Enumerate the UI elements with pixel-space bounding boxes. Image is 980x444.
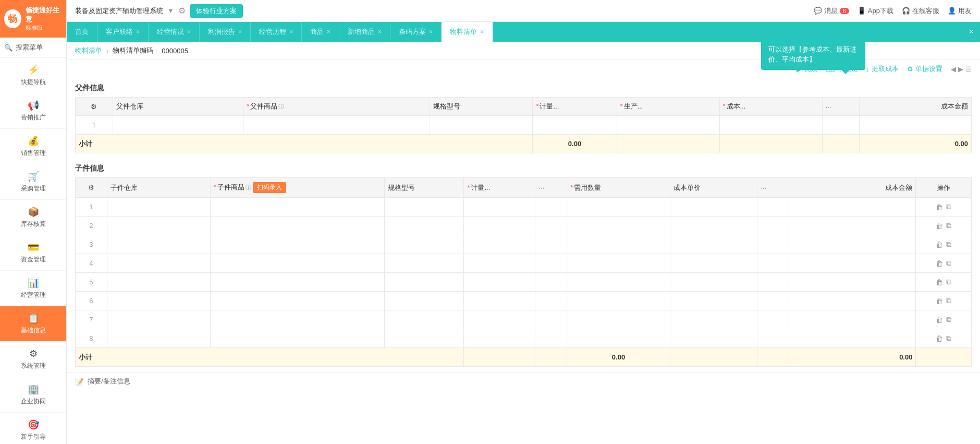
delete-icon[interactable]: 🗑 — [936, 259, 943, 268]
delete-icon[interactable]: 🗑 — [936, 241, 943, 249]
child-unit-cost-cell[interactable] — [670, 310, 757, 329]
child-qty-cell[interactable] — [567, 254, 670, 273]
tab-home[interactable]: 首页 — [67, 22, 97, 42]
child-spec-cell[interactable] — [385, 310, 464, 329]
child-col-settings[interactable]: ⚙ — [76, 178, 107, 198]
child-unit-cell[interactable] — [464, 254, 535, 273]
single-settings-action[interactable]: ⚙ 单据设置 — [907, 64, 942, 74]
sidebar-item-system[interactable]: ⚙ 系统管理 — [0, 342, 66, 377]
sidebar-item-guide[interactable]: 🎯 新手引导 — [0, 413, 66, 444]
sidebar-item-sales[interactable]: 💰 销售管理 — [0, 129, 66, 164]
parent-warehouse-cell[interactable] — [113, 116, 243, 135]
child-warehouse-cell[interactable] — [107, 329, 210, 348]
parent-product-cell[interactable] — [243, 116, 430, 135]
child-spec-cell[interactable] — [385, 198, 464, 217]
tab-bom[interactable]: 物料清单 × — [442, 22, 493, 42]
child-product-cell[interactable] — [210, 310, 385, 329]
child-warehouse-cell[interactable] — [107, 217, 210, 235]
next-icon[interactable]: ▶ — [958, 65, 963, 73]
tab-ops-process[interactable]: 经营历程 × — [251, 22, 302, 42]
copy-icon[interactable]: ⧉ — [946, 221, 951, 230]
child-product-cell[interactable] — [210, 235, 385, 254]
copy-icon[interactable]: ⧉ — [946, 240, 951, 249]
child-unit-cost-cell[interactable] — [670, 329, 757, 348]
child-warehouse-cell[interactable] — [107, 235, 210, 254]
breadcrumb-parent[interactable]: 物料清单 — [75, 46, 102, 55]
child-product-cell[interactable] — [210, 217, 385, 235]
tab-products[interactable]: 商品 × — [302, 22, 339, 42]
child-qty-cell[interactable] — [567, 273, 670, 292]
child-spec-cell[interactable] — [385, 329, 464, 348]
delete-icon[interactable]: 🗑 — [936, 203, 943, 211]
user-button[interactable]: 👤 用友 — [948, 6, 972, 16]
message-button[interactable]: 💬 消息 6 — [814, 6, 849, 16]
parent-col-settings[interactable]: ⚙ — [76, 98, 113, 116]
tab-barcode[interactable]: 条码方案 × — [390, 22, 442, 42]
child-unit-cost-cell[interactable] — [670, 292, 757, 310]
child-qty-cell[interactable] — [567, 329, 670, 348]
child-warehouse-cell[interactable] — [107, 292, 210, 310]
child-unit-cost-cell[interactable] — [670, 235, 757, 254]
sidebar-item-quick-nav[interactable]: ⚡ 快捷导航 — [0, 58, 66, 93]
child-unit-cell[interactable] — [464, 235, 535, 254]
child-unit-cell[interactable] — [464, 292, 535, 310]
child-qty-cell[interactable] — [567, 310, 670, 329]
tab-operations-situation[interactable]: 经营情况 × — [149, 22, 200, 42]
child-product-cell[interactable] — [210, 273, 385, 292]
tab-close-ops[interactable]: × — [187, 28, 191, 35]
child-product-cell[interactable] — [210, 329, 385, 348]
extract-cost-action[interactable]: ↓ 提取成本 — [866, 64, 899, 74]
close-all-tabs[interactable]: × — [963, 27, 980, 37]
app-download-button[interactable]: 📱 App下载 — [858, 6, 893, 16]
sidebar-item-operations[interactable]: 📊 经营管理 — [0, 271, 66, 306]
sidebar-item-marketing[interactable]: 📢 营销推广 — [0, 93, 66, 129]
parent-production-cell[interactable] — [617, 116, 719, 135]
sidebar-item-finance[interactable]: 💳 资金管理 — [0, 235, 66, 271]
copy-icon[interactable]: ⧉ — [946, 315, 951, 324]
child-warehouse-cell[interactable] — [107, 254, 210, 273]
sidebar-search[interactable]: 🔍 搜索菜单 — [0, 38, 66, 58]
sidebar-item-inventory[interactable]: 📦 库存核算 — [0, 200, 66, 235]
tab-close-products[interactable]: × — [327, 28, 330, 35]
child-unit-cell[interactable] — [464, 310, 535, 329]
child-spec-cell[interactable] — [385, 292, 464, 310]
child-product-cell[interactable] — [210, 198, 385, 217]
child-warehouse-cell[interactable] — [107, 273, 210, 292]
scan-button[interactable]: 扫码录入 — [253, 182, 286, 193]
child-unit-cell[interactable] — [464, 273, 535, 292]
copy-icon[interactable]: ⧉ — [946, 278, 951, 286]
tab-close-new-product[interactable]: × — [378, 28, 382, 35]
child-unit-cost-cell[interactable] — [670, 198, 757, 217]
sidebar-item-basic-info[interactable]: 📋 基础信息 — [0, 306, 66, 342]
delete-icon[interactable]: 🗑 — [936, 297, 943, 305]
tooltip-close[interactable]: × — [854, 42, 858, 44]
tab-close-barcode[interactable]: × — [429, 28, 433, 35]
sidebar-item-purchase[interactable]: 🛒 采购管理 — [0, 164, 66, 200]
child-spec-cell[interactable] — [385, 235, 464, 254]
child-warehouse-cell[interactable] — [107, 310, 210, 329]
child-spec-cell[interactable] — [385, 254, 464, 273]
child-qty-cell[interactable] — [567, 198, 670, 217]
menu-icon[interactable]: ☰ — [965, 65, 972, 73]
child-product-cell[interactable] — [210, 254, 385, 273]
child-product-cell[interactable] — [210, 292, 385, 310]
child-unit-cell[interactable] — [464, 198, 535, 217]
child-qty-cell[interactable] — [567, 292, 670, 310]
copy-icon[interactable]: ⧉ — [946, 334, 951, 343]
parent-spec-cell[interactable] — [430, 116, 533, 135]
tab-profit-report[interactable]: 利润报告 × — [200, 22, 251, 42]
delete-icon[interactable]: 🗑 — [936, 334, 943, 343]
trial-button[interactable]: 体验行业方案 — [190, 4, 243, 18]
child-qty-cell[interactable] — [567, 217, 670, 235]
child-spec-cell[interactable] — [385, 273, 464, 292]
tab-new-product[interactable]: 新增商品 × — [339, 22, 390, 42]
tab-customer[interactable]: 客户联络 × — [97, 22, 149, 42]
settings-icon[interactable]: ⚙ — [178, 6, 186, 16]
parent-cost-cell[interactable] — [719, 116, 822, 135]
tab-close-customer[interactable]: × — [136, 28, 140, 35]
tab-close-process[interactable]: × — [289, 28, 293, 35]
child-unit-cell[interactable] — [464, 329, 535, 348]
sidebar-item-enterprise[interactable]: 🏢 企业协同 — [0, 377, 66, 413]
child-spec-cell[interactable] — [385, 217, 464, 235]
tab-close-profit[interactable]: × — [238, 28, 242, 35]
